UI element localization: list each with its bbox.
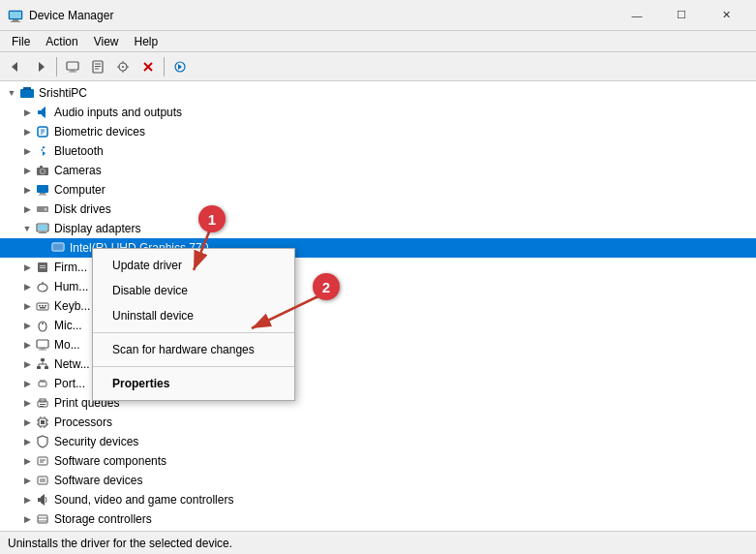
expand-audio[interactable]: ▶	[19, 105, 35, 120]
processors-label: Processors	[54, 416, 756, 429]
ctx-properties[interactable]: Properties	[93, 371, 294, 396]
disk-icon	[35, 201, 50, 217]
tree-item-display[interactable]: ▼ Display adapters	[0, 219, 756, 238]
svg-rect-89	[38, 498, 41, 502]
svg-point-14	[122, 66, 124, 68]
expand-mice[interactable]: ▶	[19, 318, 35, 333]
menu-file[interactable]: File	[4, 33, 38, 50]
expand-monitors[interactable]: ▶	[19, 337, 35, 353]
svg-rect-57	[41, 348, 45, 350]
ctx-update-driver[interactable]: Update driver	[93, 253, 294, 278]
expand-disk[interactable]: ▶	[19, 201, 35, 217]
tree-item-computer[interactable]: ▶ Computer	[0, 180, 756, 200]
expand-keyboard[interactable]: ▶	[19, 298, 35, 314]
tree-item-cameras[interactable]: ▶ Cameras	[0, 161, 756, 180]
biometric-label: Biometric devices	[54, 125, 756, 138]
ctx-disable-device[interactable]: Disable device	[93, 278, 294, 303]
bluetooth-label: Bluetooth	[54, 144, 756, 158]
toolbar-properties[interactable]	[86, 55, 109, 78]
tree-item-sw-devices[interactable]: ▶ Software devices	[0, 471, 756, 490]
display-icon	[35, 221, 50, 236]
tree-item-processors[interactable]: ▶ Processors	[0, 413, 756, 432]
toolbar-sep-1	[56, 57, 57, 77]
sw-components-label: Software components	[54, 454, 756, 468]
audio-label: Audio inputs and outputs	[54, 106, 756, 119]
camera-icon	[35, 163, 50, 178]
main-content: ▼ SrishtiPC ▶ Audio inputs and outputs	[0, 81, 756, 531]
svg-rect-50	[39, 305, 41, 307]
expand-computer[interactable]: ▶	[19, 182, 35, 198]
expand-security[interactable]: ▶	[19, 434, 35, 449]
svg-rect-59	[41, 358, 45, 361]
window-controls: — ☐ ✕	[615, 0, 748, 31]
security-icon	[35, 434, 50, 449]
expand-storage[interactable]: ▶	[19, 511, 35, 527]
storage-label: Storage controllers	[54, 512, 756, 526]
expand-processors[interactable]: ▶	[19, 415, 35, 430]
computer-label: Computer	[54, 183, 756, 197]
svg-rect-52	[45, 305, 46, 307]
ctx-scan-hardware[interactable]: Scan for hardware changes	[93, 337, 294, 362]
expand-sound[interactable]: ▶	[19, 492, 35, 508]
toolbar-back[interactable]	[4, 55, 27, 78]
svg-rect-23	[23, 87, 31, 90]
expand-display[interactable]: ▼	[19, 221, 35, 236]
menu-action[interactable]: Action	[38, 33, 85, 50]
tree-item-security[interactable]: ▶ Security devices	[0, 432, 756, 451]
expand-root[interactable]: ▼	[4, 85, 19, 101]
status-text: Uninstalls the driver for the selected d…	[8, 537, 232, 550]
expand-cameras[interactable]: ▶	[19, 163, 35, 178]
security-label: Security devices	[54, 435, 756, 448]
menu-view[interactable]: View	[86, 33, 127, 50]
sw-devices-label: Software devices	[54, 474, 756, 487]
expand-network[interactable]: ▶	[19, 356, 35, 372]
ctx-sep-1	[93, 332, 294, 333]
expand-sw-devices[interactable]: ▶	[19, 473, 35, 488]
svg-rect-56	[37, 340, 48, 348]
monitors-icon	[35, 337, 50, 353]
hid-icon	[35, 279, 50, 294]
tree-item-disk[interactable]: ▶ Disk drives	[0, 200, 756, 219]
maximize-button[interactable]: ☐	[659, 0, 704, 31]
expand-print[interactable]: ▶	[19, 395, 35, 411]
svg-rect-2	[11, 21, 20, 22]
annotation-bubble-2: 2	[313, 273, 340, 300]
ctx-uninstall-device[interactable]: Uninstall device	[93, 303, 294, 328]
tree-item-sound[interactable]: ▶ Sound, video and game controllers	[0, 490, 756, 509]
toolbar-update[interactable]	[168, 55, 192, 78]
intel-icon	[50, 240, 66, 256]
svg-marker-90	[41, 494, 45, 506]
context-menu: Update driver Disable device Uninstall d…	[92, 248, 295, 401]
expand-firmware[interactable]: ▶	[19, 260, 35, 275]
toolbar-sep-2	[164, 57, 165, 77]
firmware-icon	[35, 260, 50, 275]
toolbar-forward[interactable]	[29, 55, 52, 78]
tree-item-sw-components[interactable]: ▶ Software components	[0, 451, 756, 471]
computer-icon	[35, 182, 50, 198]
expand-bluetooth[interactable]: ▶	[19, 143, 35, 159]
close-button[interactable]: ✕	[704, 0, 748, 31]
svg-rect-39	[38, 225, 47, 231]
menu-help[interactable]: Help	[127, 33, 166, 50]
minimize-button[interactable]: —	[615, 0, 659, 31]
toolbar-scan[interactable]	[111, 55, 135, 78]
svg-rect-61	[45, 366, 48, 369]
expand-intel[interactable]	[35, 240, 50, 256]
svg-point-47	[38, 284, 47, 292]
tree-item-storage[interactable]: ▶ Storage controllers	[0, 509, 756, 529]
toolbar-devmgr[interactable]	[61, 55, 84, 78]
tree-root[interactable]: ▼ SrishtiPC	[0, 83, 756, 103]
status-bar: Uninstalls the driver for the selected d…	[0, 531, 756, 554]
svg-rect-32	[40, 166, 43, 168]
expand-biometric[interactable]: ▶	[19, 124, 35, 139]
toolbar-uninstall[interactable]	[136, 55, 160, 78]
tree-item-audio[interactable]: ▶ Audio inputs and outputs	[0, 103, 756, 122]
tree-item-bluetooth[interactable]: ▶ Bluetooth	[0, 141, 756, 161]
svg-marker-5	[39, 62, 45, 72]
tree-item-biometric[interactable]: ▶ Biometric devices	[0, 122, 756, 141]
tree-item-system[interactable]: ▶ System devices	[0, 529, 756, 531]
svg-rect-73	[40, 406, 44, 407]
expand-hid[interactable]: ▶	[19, 279, 35, 294]
expand-sw-components[interactable]: ▶	[19, 453, 35, 469]
expand-ports[interactable]: ▶	[19, 376, 35, 391]
